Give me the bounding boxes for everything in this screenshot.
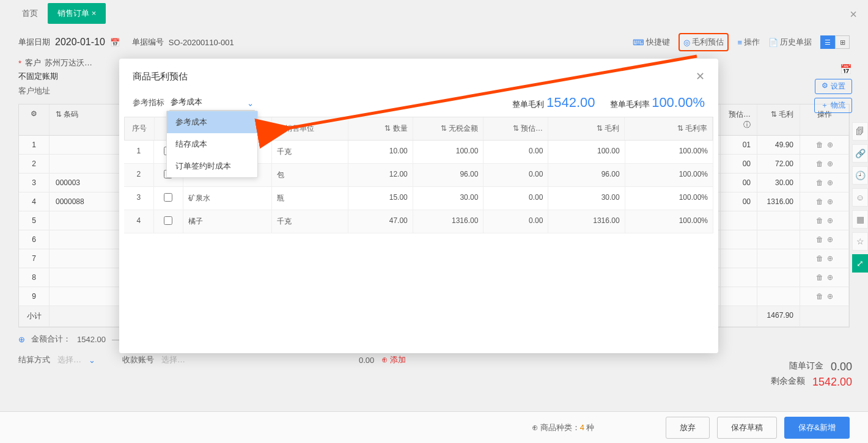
modal-close-icon[interactable]: ✕ (696, 70, 705, 83)
row-checkbox[interactable] (164, 216, 172, 225)
mcol-unit[interactable]: ⇅ 销售单位 (272, 117, 348, 140)
mcol-qty[interactable]: ⇅ 数量 (348, 117, 413, 140)
mcol-seq: 序号 (125, 117, 155, 140)
ref-metric-select[interactable]: 参考成本 ⌃ (169, 94, 255, 111)
total-profit-value: 1542.00 (546, 95, 595, 110)
ref-metric-dropdown: 参考成本 结存成本 订单签约时成本 (166, 111, 258, 178)
chevron-up-icon: ⌃ (247, 97, 254, 108)
modal-title: 商品毛利预估 (133, 71, 188, 82)
mcol-profit[interactable]: ⇅ 毛利 (548, 117, 625, 140)
profit-estimate-modal: 商品毛利预估 ✕ 参考指标 参考成本 ⌃ 参考成本 结存成本 订单签约时成本 整… (119, 59, 718, 353)
profit-row[interactable]: 4橘子千克47.001316.000.001316.00100.00% (124, 210, 713, 233)
mcol-est[interactable]: ⇅ 预估… (484, 117, 548, 140)
total-profit-label: 整单毛利 (512, 100, 544, 109)
mcol-amt[interactable]: ⇅ 无税金额 (413, 117, 484, 140)
ref-metric-label: 参考指标 (133, 97, 164, 108)
profit-row[interactable]: 3矿泉水瓶15.0030.000.0030.00100.00% (124, 187, 713, 210)
option-balance-cost[interactable]: 结存成本 (167, 133, 257, 155)
total-rate-value: 100.00% (652, 95, 705, 110)
row-checkbox[interactable] (164, 193, 172, 202)
total-rate-label: 整单毛利率 (610, 100, 650, 109)
option-ref-cost[interactable]: 参考成本 (167, 111, 257, 133)
mcol-rate[interactable]: ⇅ 毛利率 (625, 117, 713, 140)
option-signed-cost[interactable]: 订单签约时成本 (167, 155, 257, 177)
